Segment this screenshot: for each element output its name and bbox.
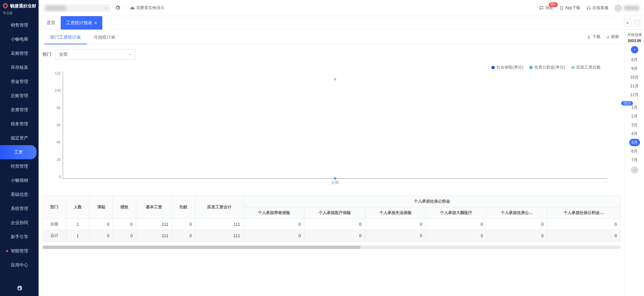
sidebar-item-0[interactable]: 销售管理: [0, 18, 39, 32]
avatar: [614, 4, 622, 12]
cloud-icon: [130, 6, 135, 10]
brand-name: 畅捷通好业财: [10, 3, 36, 9]
month-panel: 月份选择 2023.05 8月9月10月11月12月 2023 1月2月3月4月…: [625, 30, 644, 296]
month-selected: 2023.05: [628, 39, 641, 43]
chevron-down-icon: [128, 52, 132, 56]
brand-logo: 畅捷通好业财: [0, 0, 39, 11]
legend-dot: [571, 66, 575, 69]
message-icon: [539, 6, 544, 10]
app-download-button[interactable]: App下载: [559, 5, 580, 11]
tab-home[interactable]: 首页: [41, 16, 61, 30]
dept-filter-label: 部门:: [43, 51, 53, 57]
sidebar-item-7[interactable]: 税务管理: [0, 117, 39, 131]
month-item[interactable]: 7月: [629, 156, 640, 164]
sidebar-item-14[interactable]: 企业协同: [0, 216, 39, 230]
month-scroll-up[interactable]: [631, 46, 638, 53]
month-item[interactable]: 10月: [629, 74, 640, 81]
refresh-button[interactable]: 刷新: [606, 34, 619, 40]
data-point: [334, 177, 336, 180]
sidebar-item-10[interactable]: 经营管理: [0, 159, 39, 173]
y-axis: 120100806040200: [53, 71, 61, 179]
user-menu[interactable]: [614, 4, 639, 12]
tab-salary-report[interactable]: 工资统计报表 ×: [61, 16, 102, 30]
month-item[interactable]: 4月: [629, 130, 640, 137]
filter-row: 部门: 全部: [43, 44, 621, 65]
messages-button[interactable]: 消息 99+: [539, 5, 553, 11]
gear-icon: [16, 286, 22, 292]
brand-edition: 专业版: [0, 11, 39, 15]
salary-table: 部门 人数 津贴 绩效 基本工资 扣款 应发工资合计 个人承担社保公积金 个人承…: [43, 196, 621, 242]
gear-icon: [115, 5, 120, 11]
org-selector[interactable]: [43, 4, 110, 12]
month-list: 1月2月3月4月5月6月7月: [625, 104, 644, 164]
table-row: 分部1001110111000000: [43, 219, 621, 230]
horizontal-scrollbar[interactable]: [43, 246, 621, 249]
month-item[interactable]: 3月: [629, 121, 640, 129]
year-chip: 2023: [621, 101, 633, 105]
demo-link[interactable]: 我要看实例演示: [130, 5, 164, 11]
sidebar-item-3[interactable]: 库存核算: [0, 60, 39, 75]
username-blurred: [624, 6, 639, 10]
app-label: App下载: [565, 5, 580, 11]
sidebar-item-6[interactable]: 发票管理: [0, 103, 39, 117]
sidebar-item-13[interactable]: 系统管理: [0, 202, 39, 216]
sidebar-item-12[interactable]: 基础信息: [0, 187, 39, 202]
download-icon: [587, 35, 591, 39]
messages-badge: 99+: [549, 2, 558, 7]
logo-icon: [2, 3, 9, 9]
month-item[interactable]: 8月: [629, 56, 640, 64]
chart-legend: 社会保险(单位)住房公积金(单位)应发工资总额: [491, 65, 600, 70]
subtabs: 部门工资统计表 月份统计表 下载 刷新: [43, 30, 621, 44]
sidebar-item-8[interactable]: 固定资产: [0, 131, 39, 145]
chevron-down-icon: [104, 6, 108, 10]
dept-select[interactable]: 全部: [55, 49, 136, 60]
table-row: 合计1001110111000000: [43, 230, 621, 242]
month-item[interactable]: 6月: [629, 147, 640, 155]
month-item[interactable]: 2月: [629, 113, 640, 120]
refresh-icon: [606, 35, 610, 39]
chevron-up-icon: [633, 48, 636, 51]
month-scroll-down[interactable]: [631, 166, 638, 174]
svg-rect-0: [560, 6, 562, 10]
legend-dot: [491, 66, 495, 69]
chevron-down-icon: [633, 168, 636, 172]
subtab-dept-stats[interactable]: 部门工资统计表: [44, 30, 87, 44]
sidebar-item-2[interactable]: 采购管理: [0, 46, 39, 60]
org-name-blurred: [46, 6, 66, 10]
page-tabs: 首页 工资统计报表 × ✕ ⛶: [39, 16, 644, 30]
sidebar-item-11[interactable]: 小畅报销: [0, 173, 39, 187]
legend-item[interactable]: 应发工资总额: [571, 65, 600, 70]
sidebar-item-1[interactable]: 小畅电商: [0, 32, 39, 46]
chart: 社会保险(单位)住房公积金(单位)应发工资总额 120100806040200 …: [43, 65, 621, 192]
sidebar-item-5[interactable]: 总账管理: [0, 89, 39, 103]
close-all-button[interactable]: ✕: [624, 19, 631, 27]
month-list: 8月9月10月11月12月: [625, 56, 644, 98]
support-button[interactable]: 在线客服: [586, 5, 608, 11]
month-item[interactable]: 5月: [629, 139, 640, 146]
download-button[interactable]: 下载: [587, 34, 600, 40]
month-item[interactable]: 9月: [629, 65, 640, 72]
close-icon[interactable]: ×: [94, 20, 97, 26]
sidebar-settings[interactable]: [0, 282, 39, 296]
demo-label: 我要看实例演示: [136, 5, 164, 11]
month-item[interactable]: 12月: [629, 91, 640, 98]
sidebar-item-16[interactable]: 智能管理: [0, 244, 39, 258]
sidebar-item-17[interactable]: 应用中心: [0, 258, 39, 272]
sidebar-item-9[interactable]: 工资: [0, 145, 37, 159]
fullscreen-button[interactable]: ⛶: [634, 19, 641, 27]
month-panel-title: 月份选择: [627, 32, 642, 37]
sidebar-item-4[interactable]: 资金管理: [0, 75, 39, 89]
scrollbar-thumb[interactable]: [43, 246, 361, 249]
legend-item[interactable]: 住房公积金(单位): [529, 65, 565, 70]
data-point: [334, 78, 336, 80]
month-item[interactable]: 11月: [629, 82, 640, 90]
notification-dot: [6, 250, 8, 252]
chart-plot: 120100806040200: [63, 71, 607, 179]
sidebar: 畅捷通好业财 专业版 销售管理小畅电商采购管理库存核算资金管理总账管理发票管理税…: [0, 0, 39, 296]
table-header-row: 部门 人数 津贴 绩效 基本工资 扣款 应发工资合计 个人承担社保公积金: [43, 196, 621, 207]
settings-icon-button[interactable]: [115, 5, 120, 11]
subtab-month-stats[interactable]: 月份统计表: [87, 30, 122, 44]
sidebar-item-15[interactable]: 新手引导: [0, 230, 39, 244]
support-label: 在线客服: [592, 5, 608, 11]
legend-item[interactable]: 社会保险(单位): [491, 65, 523, 70]
